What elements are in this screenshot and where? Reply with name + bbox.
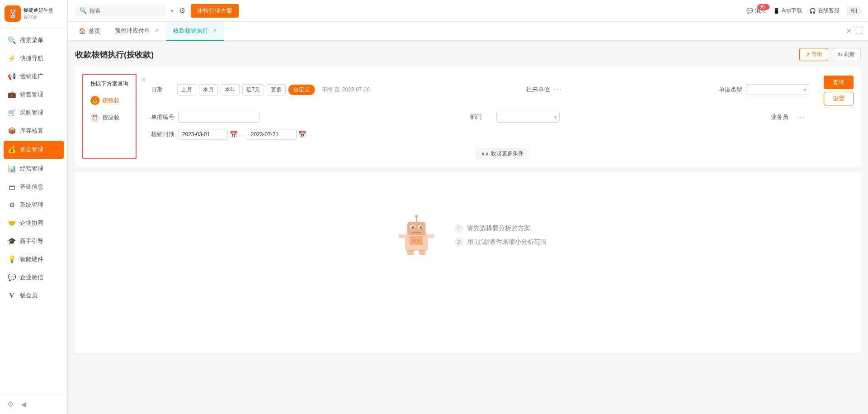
empty-state: 1 请先选择要分析的方案 2 用[过滤]条件来缩小分析范围 xyxy=(75,172,861,299)
svg-rect-6 xyxy=(412,232,421,233)
service-label: 在线客服 xyxy=(818,7,840,14)
dept-select[interactable] xyxy=(496,112,560,123)
sidebar-logo: 🐰 畅捷通好生意 标准版 xyxy=(0,0,67,28)
sidebar-item-quicknav[interactable]: ⚡ 快捷导航 xyxy=(0,49,67,67)
user-avatar[interactable]: Rit xyxy=(847,6,861,15)
message-icon: 💬 xyxy=(746,8,753,14)
tip-text-1: 请先选择要分析的方案 xyxy=(467,224,530,233)
collapse-up-icon: ∧∧ xyxy=(481,151,489,157)
svg-rect-1 xyxy=(407,222,425,235)
sidebar-item-enterprise[interactable]: 🤝 企业协同 xyxy=(0,214,67,232)
tab-collection-close-icon[interactable]: ✕ xyxy=(213,28,217,33)
quicknav-icon: ⚡ xyxy=(7,54,16,63)
topbar-search-box[interactable]: 🔍 xyxy=(75,5,165,16)
marketing-icon: 📢 xyxy=(7,72,16,81)
verify-date-end-cal-icon[interactable]: 📅 xyxy=(298,131,306,138)
sidebar-item-system[interactable]: ⚙ 系统管理 xyxy=(0,196,67,214)
fullscreen-button[interactable]: ⛶ xyxy=(855,27,863,35)
sidebar-item-finance[interactable]: 💰 资金管理 xyxy=(4,141,64,159)
empty-robot-illustration xyxy=(389,208,443,262)
tabbar: 🏠 首页 预付冲应付单 ✕ 收款核销执行 ✕ ✕ ⛶ xyxy=(68,22,868,41)
sidebar-item-wechat[interactable]: 💬 企业微信 xyxy=(0,268,67,286)
topbar-right: 💬 消息 99+ 📱 App下载 🎧 在线客服 Rit xyxy=(746,6,861,15)
sidebar-item-operation[interactable]: 📊 经营管理 xyxy=(0,160,67,178)
tab-prepay-close-icon[interactable]: ✕ xyxy=(155,28,159,33)
tab-collection[interactable]: 收款核销执行 ✕ xyxy=(166,22,224,41)
sales-icon: 💼 xyxy=(7,90,16,99)
filter-fields: 日期 上月 本月 本年 近7天 更多 自定义 不限 至 2023 xyxy=(151,74,854,159)
filter-docno-field: 单据编号 xyxy=(151,112,259,123)
sidebar-item-purchase[interactable]: 🛒 采购管理 xyxy=(0,104,67,122)
tab-home[interactable]: 🏠 首页 xyxy=(71,22,108,41)
refresh-label: 刷新 xyxy=(844,51,855,58)
date-btn-custom[interactable]: 自定义 xyxy=(288,85,315,95)
solution-button[interactable]: 体验行业方案 xyxy=(191,4,239,18)
filter-scheme-title: 按以下方案查询 xyxy=(90,80,128,88)
sidebar-item-basic[interactable]: 🗃 基础信息 xyxy=(0,178,67,196)
date-btn-this-month[interactable]: 本月 xyxy=(199,84,218,95)
verify-date-range: 📅 — 📅 xyxy=(178,129,306,140)
message-button[interactable]: 💬 消息 99+ xyxy=(746,7,766,14)
topbar: 🔍 ▾ ⚙ 体验行业方案 💬 消息 99+ 📱 App下载 🎧 在线客服 Rit xyxy=(68,0,868,22)
docno-input[interactable] xyxy=(178,112,259,123)
page-actions: ↗ 导出 ↻ 刷新 xyxy=(799,48,861,61)
verify-date-label: 核销日期 xyxy=(151,130,175,138)
finance-icon: 💰 xyxy=(7,145,16,154)
setting-button[interactable]: 设置 xyxy=(824,92,854,105)
sidebar-label-inventory: 库存核算 xyxy=(20,127,43,135)
sidebar-item-marketing[interactable]: 📢 营销推广 xyxy=(0,67,67,86)
sidebar: 🐰 畅捷通好生意 标准版 🔍 搜索菜单 ⚡ 快捷导航 📢 营销推广 💼 销售管理… xyxy=(0,0,68,414)
tab-prepay[interactable]: 预付冲应付单 ✕ xyxy=(108,22,166,41)
date-btn-last-7[interactable]: 近7天 xyxy=(242,84,264,95)
sidebar-label-finance: 资金管理 xyxy=(20,146,43,154)
receivable-option-icon: ⏰ xyxy=(90,113,99,122)
filter-option-by-receivable[interactable]: ⏰ 按应收 xyxy=(90,111,128,124)
scheme-collapse-icon[interactable]: » xyxy=(142,76,146,83)
partner-select-dots[interactable]: ··· xyxy=(553,86,562,94)
refresh-button[interactable]: ↻ 刷新 xyxy=(832,48,861,61)
topbar-gear-icon[interactable]: ⚙ xyxy=(179,6,185,15)
verify-date-end-input[interactable] xyxy=(247,129,297,140)
filter-dept-field: 部门 xyxy=(470,112,560,123)
search-chevron-icon[interactable]: ▾ xyxy=(171,8,174,14)
sidebar-item-member[interactable]: V 畅会员 xyxy=(0,286,67,305)
settings-bottom-icon[interactable]: ⚙ xyxy=(7,400,14,409)
sidebar-label-hardware: 智能硬件 xyxy=(20,255,43,263)
date-label: 日期 xyxy=(151,86,174,94)
sidebar-label-quicknav: 快捷导航 xyxy=(20,54,43,62)
search-icon: 🔍 xyxy=(80,7,87,14)
app-icon: 📱 xyxy=(773,8,780,14)
filter-option-by-receipt[interactable]: 💰 按收款 xyxy=(90,94,128,107)
customer-service-button[interactable]: 🎧 在线客服 xyxy=(809,7,840,14)
filter-partner-field: 往来单位 ··· xyxy=(526,86,562,94)
svg-point-15 xyxy=(417,239,420,243)
verify-date-start-cal-icon[interactable]: 📅 xyxy=(230,131,237,138)
export-button[interactable]: ↗ 导出 xyxy=(799,48,828,61)
date-btn-this-year[interactable]: 本年 xyxy=(221,84,240,95)
query-button[interactable]: 查询 xyxy=(824,76,854,89)
close-tab-button[interactable]: ✕ xyxy=(846,27,852,35)
collapse-more-button[interactable]: ∧∧ 收起更多条件 xyxy=(476,148,529,159)
svg-rect-13 xyxy=(410,236,423,245)
staff-select-dots[interactable]: ··· xyxy=(797,113,806,121)
dept-select-wrap xyxy=(496,112,560,123)
sidebar-label-member: 畅会员 xyxy=(20,291,38,300)
sidebar-item-search[interactable]: 🔍 搜索菜单 xyxy=(0,31,67,49)
sidebar-item-guide[interactable]: 🎓 新手引导 xyxy=(0,232,67,250)
sidebar-item-hardware[interactable]: 💡 智能硬件 xyxy=(0,250,67,268)
svg-point-8 xyxy=(415,215,418,218)
app-download-button[interactable]: 📱 App下载 xyxy=(773,7,802,14)
message-badge: 99+ xyxy=(757,4,769,10)
sidebar-item-sales[interactable]: 💼 销售管理 xyxy=(0,86,67,104)
search-input[interactable] xyxy=(90,8,157,14)
collapse-sidebar-icon[interactable]: ◀ xyxy=(21,400,26,409)
logo-icon: 🐰 xyxy=(5,5,21,22)
sidebar-item-inventory[interactable]: 📦 库存核算 xyxy=(0,122,67,140)
filter-doctype-field: 单据类型 xyxy=(719,84,809,95)
date-btn-last-month[interactable]: 上月 xyxy=(177,84,196,95)
query-actions: 查询 设置 xyxy=(824,76,854,105)
page-title: 收款核销执行(按收款) xyxy=(75,49,154,60)
doctype-select[interactable] xyxy=(746,84,809,95)
verify-date-start-input[interactable] xyxy=(178,129,228,140)
date-btn-more[interactable]: 更多 xyxy=(267,84,286,95)
